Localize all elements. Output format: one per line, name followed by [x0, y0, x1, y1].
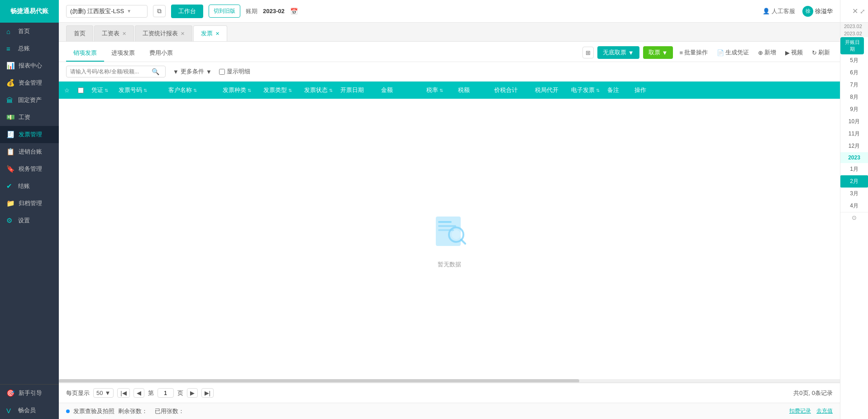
tab-invoice-close[interactable]: ✕	[215, 31, 219, 37]
table-header: ☆ 凭证 ⇅ 发票号码 ⇅ 客户名称 ⇅ 发票种类 ⇅ 发票类型	[59, 82, 840, 99]
th-tax-rate[interactable]: 税率 ⇅	[424, 86, 456, 94]
tab-bar: 首页 工资表 ✕ 工资统计报表 ✕ 发票 ✕	[59, 23, 840, 42]
tab-payroll-close[interactable]: ✕	[122, 31, 126, 37]
sidebar-item-funds[interactable]: 💰 资金管理	[0, 74, 59, 92]
th-customer[interactable]: 客户名称 ⇅	[167, 86, 221, 94]
month-7[interactable]: 7月	[840, 79, 868, 91]
type-sort-icon: ⇅	[248, 88, 251, 93]
user-button[interactable]: 徐 徐溢华	[802, 6, 833, 17]
th-e-invoice[interactable]: 电子发票 ⇅	[569, 86, 606, 94]
month-8[interactable]: 8月	[840, 91, 868, 103]
th-category[interactable]: 发票类型 ⇅	[262, 86, 302, 94]
month-2-2023[interactable]: 2月	[840, 175, 868, 188]
per-page-select[interactable]: 50 ▼	[93, 388, 114, 398]
sidebar-item-home[interactable]: ⌂ 首页	[0, 23, 59, 40]
sidebar-item-ledger[interactable]: ≡ 总账	[0, 40, 59, 57]
scroll-down-button[interactable]: ⊙	[840, 212, 868, 223]
page-input[interactable]	[157, 388, 174, 398]
copy-button[interactable]: ⧉	[153, 5, 166, 17]
sub-tab-purchase-invoice[interactable]: 进项发票	[104, 45, 142, 62]
last-page-button[interactable]: ▶|	[201, 388, 214, 398]
workbench-button[interactable]: 工作台	[171, 5, 203, 18]
th-tax-code-label: 税局代开	[535, 86, 558, 94]
main-area: (勿删) 江西股宝-LSS ▼ ⧉ 工作台 切到旧版 账期 2023-02 📅 …	[59, 0, 840, 419]
sidebar-item-purchase-sales[interactable]: 📋 进销台账	[0, 143, 59, 160]
month-6[interactable]: 6月	[840, 67, 868, 79]
more-conditions-button[interactable]: ▼ 更多条件 ▼	[173, 67, 212, 76]
deduct-record-link[interactable]: 扣费记录	[789, 407, 811, 415]
sidebar-item-closing[interactable]: ✔ 结账	[0, 178, 59, 195]
sidebar-label-vip: 畅会员	[18, 406, 36, 414]
search-input[interactable]	[70, 68, 152, 75]
refresh-button[interactable]: ↻ 刷新	[809, 47, 833, 58]
th-invoice-no[interactable]: 发票号码 ⇅	[117, 86, 167, 94]
open-date-button[interactable]: 开账日期	[840, 37, 864, 54]
take-ticket-button[interactable]: 取票 ▼	[643, 46, 673, 59]
show-detail-checkbox[interactable]	[219, 69, 225, 75]
th-status[interactable]: 发票状态 ⇅	[302, 86, 339, 94]
remaining-label: 剩余张数：	[118, 407, 148, 415]
svg-point-6	[452, 230, 461, 239]
service-button[interactable]: 👤 人工客服	[763, 7, 795, 15]
month-4-2023[interactable]: 4月	[840, 200, 868, 212]
company-select[interactable]: (勿删) 江西股宝-LSS ▼	[66, 5, 148, 18]
sidebar-label-payroll: 工资	[19, 113, 30, 121]
batch-ops-button[interactable]: ≡ 批量操作	[677, 47, 711, 58]
gen-voucher-button[interactable]: 📄 生成凭证	[714, 47, 752, 58]
video-icon: ▶	[785, 49, 790, 56]
tab-invoice[interactable]: 发票 ✕	[193, 25, 227, 41]
per-page-arrow: ▼	[105, 390, 110, 396]
grid-view-button[interactable]: ⊞	[582, 47, 594, 58]
th-checkbox[interactable]	[76, 87, 90, 93]
service-label: 人工客服	[772, 7, 795, 15]
sidebar-item-tax[interactable]: 🔖 税务管理	[0, 160, 59, 178]
sidebar-item-vip[interactable]: V 畅会员	[0, 402, 59, 419]
month-5[interactable]: 5月	[840, 54, 868, 67]
month-1-2023[interactable]: 1月	[840, 163, 868, 175]
first-page-button[interactable]: |◀	[117, 388, 129, 398]
show-detail-toggle[interactable]: 显示明细	[219, 67, 250, 76]
th-date-label: 开票日期	[340, 86, 364, 94]
video-button[interactable]: ▶ 视频	[782, 47, 806, 58]
tab-payroll-stats[interactable]: 工资统计报表 ✕	[135, 25, 192, 41]
sidebar-label-home: 首页	[18, 27, 30, 35]
new-button[interactable]: ⊕ 新增	[755, 47, 779, 58]
table-scrollbar[interactable]	[59, 379, 840, 383]
month-3-2023[interactable]: 3月	[840, 188, 868, 200]
tab-payroll-stats-close[interactable]: ✕	[181, 31, 185, 37]
sidebar-item-archive[interactable]: 📁 归档管理	[0, 195, 59, 212]
recharge-link[interactable]: 去充值	[816, 407, 833, 415]
sidebar-item-payroll[interactable]: 💵 工资	[0, 109, 59, 126]
tab-payroll[interactable]: 工资表 ✕	[94, 25, 134, 41]
period-value: 2023-02	[263, 8, 285, 14]
month-11[interactable]: 11月	[840, 128, 868, 140]
th-voucher[interactable]: 凭证 ⇅	[90, 86, 117, 94]
prev-page-button[interactable]: ◀	[134, 388, 144, 398]
th-customer-label: 客户名称	[168, 86, 192, 94]
sub-tab-sales-invoice[interactable]: 销项发票	[66, 45, 104, 62]
sidebar-label-fixed-assets: 固定资产	[18, 96, 42, 104]
sidebar-item-reports[interactable]: 📊 报表中心	[0, 57, 59, 74]
month-9[interactable]: 9月	[840, 103, 868, 116]
sub-tab-expense-receipt[interactable]: 费用小票	[142, 45, 180, 62]
sidebar-label-funds: 资金管理	[19, 79, 42, 87]
next-page-button[interactable]: ▶	[187, 388, 198, 398]
right-panel-close-button[interactable]: ✕	[852, 7, 858, 15]
no-ticket-button[interactable]: 无底取票 ▼	[597, 46, 639, 59]
sidebar-item-invoice[interactable]: 🧾 发票管理	[0, 126, 59, 143]
more-conditions-arrow: ▼	[206, 68, 212, 75]
select-all-checkbox[interactable]	[78, 87, 84, 93]
table-scroll-thumb[interactable]	[59, 379, 579, 383]
right-panel-expand-button[interactable]: ⤢	[860, 8, 865, 15]
category-sort-icon: ⇅	[288, 88, 292, 93]
sidebar-item-fixed-assets[interactable]: 🏛 固定资产	[0, 92, 59, 109]
page-word: 第	[148, 389, 154, 397]
th-type[interactable]: 发票种类 ⇅	[221, 86, 262, 94]
month-12[interactable]: 12月	[840, 140, 868, 152]
switch-version-button[interactable]: 切到旧版	[209, 5, 240, 18]
month-10[interactable]: 10月	[840, 116, 868, 128]
search-input-wrap[interactable]: 🔍	[66, 66, 166, 77]
sidebar-item-settings[interactable]: ⚙ 设置	[0, 212, 59, 229]
sidebar-item-guide[interactable]: 🎯 新手引导	[0, 385, 59, 402]
tab-home[interactable]: 首页	[66, 25, 93, 41]
